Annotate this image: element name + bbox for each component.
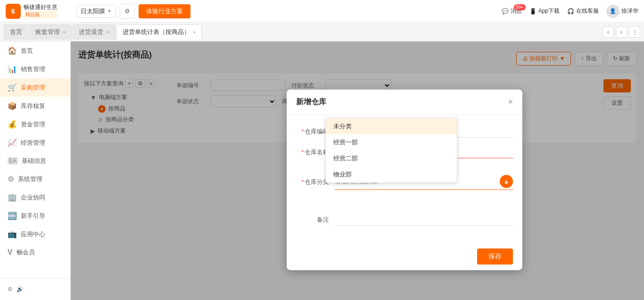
- tab-controls: ‹ › ⋮: [603, 26, 640, 38]
- sidebar-item-home[interactable]: 🏠 首页: [0, 42, 70, 60]
- warehouse-code-label: 仓库编码: [296, 125, 329, 136]
- content-area: 进货单统计(按商品) 🖨 按模板打印 ▼ ↑ 导出 ↻ 刷新: [71, 42, 644, 300]
- notification-icon: 💬: [502, 8, 509, 15]
- tab-bar: 首页 账套管理 × 进货退货 × 进货单统计表（按商品） × ‹ › ⋮: [0, 23, 644, 42]
- notification-item[interactable]: 💬 消息 99+: [502, 7, 522, 15]
- warehouse-category-label: 仓库分类: [296, 175, 329, 186]
- inventory-icon: 📦: [8, 101, 17, 110]
- dropdown-item-dept1[interactable]: 经营一部: [326, 134, 457, 150]
- app-download-item[interactable]: 📱 App下载: [529, 7, 560, 15]
- sidebar-item-vip[interactable]: V 畅会员: [0, 243, 70, 261]
- logo-text: 畅捷通好生意: [24, 4, 58, 11]
- sidebar-settings-btn[interactable]: ⚙ 🔊: [0, 282, 70, 296]
- tab-close-account[interactable]: ×: [63, 29, 66, 35]
- modal-header: 新增仓库 ×: [287, 90, 522, 115]
- sidebar-item-system[interactable]: ⚙ 系统管理: [0, 170, 70, 188]
- sidebar-item-purchase[interactable]: 🛒 采购管理: [0, 78, 70, 97]
- system-icon: ⚙: [8, 175, 14, 183]
- sidebar-item-finance[interactable]: 💰 资金管理: [0, 115, 70, 133]
- notification-badge: 99+: [514, 4, 526, 10]
- tab-home[interactable]: 首页: [4, 25, 28, 40]
- tab-purchase-stats[interactable]: 进货单统计表（按商品） ×: [116, 25, 202, 40]
- header-right: 💬 消息 99+ 📱 App下载 🎧 在线客服 👤 徐泽华: [502, 5, 638, 18]
- user-item[interactable]: 👤 徐泽华: [606, 5, 638, 18]
- modal-body: 仓库编码 仓库名称 请输入仓库名称 仓库分类: [287, 115, 522, 243]
- category-dropdown-list: 未分类 经营一部 经营二部 物业部: [325, 118, 457, 183]
- logo-badge: 精品版: [24, 11, 58, 18]
- remark-field: [335, 213, 513, 226]
- store-dropdown-arrow: ▼: [107, 8, 112, 14]
- remark-label: 备注: [296, 213, 329, 224]
- dropdown-item-property[interactable]: 物业部: [326, 167, 457, 183]
- basic-info-icon: EA: [8, 157, 18, 165]
- sidebar-item-inventory[interactable]: 📦 库存核算: [0, 97, 70, 115]
- enterprise-icon: 🏢: [8, 193, 17, 202]
- finance-icon: 💰: [8, 120, 17, 129]
- warehouse-name-label: 仓库名称: [296, 145, 329, 157]
- customer-service-item[interactable]: 🎧 在线客服: [567, 7, 599, 15]
- sidebar-item-app-center[interactable]: 📺 应用中心: [0, 225, 70, 243]
- modal-close-button[interactable]: ×: [508, 97, 513, 107]
- store-selector[interactable]: 日太阳膜 ▼: [76, 5, 116, 18]
- logo-icon: 6: [6, 4, 21, 19]
- sidebar-item-guide[interactable]: 🆕 新手引导: [0, 207, 70, 225]
- tab-close-purchase-stats[interactable]: ×: [193, 29, 196, 35]
- dropdown-item-dept2[interactable]: 经营二部: [326, 150, 457, 167]
- sidebar: 🏠 首页 📊 销售管理 🛒 采购管理 📦 库存核算 💰 资金管理 📈 经营管理 …: [0, 42, 71, 300]
- header-middle: 日太阳膜 ▼ ⚙ 体验行业方案: [76, 4, 502, 19]
- home-icon: 🏠: [8, 46, 17, 55]
- add-warehouse-modal: 新增仓库 × 仓库编码 仓库名称 请输入仓库名称: [287, 90, 522, 270]
- sidebar-bottom: ⚙ 🔊: [0, 278, 70, 300]
- tab-purchase-return[interactable]: 进货退货 ×: [73, 25, 115, 40]
- sidebar-gear-icon: ⚙: [8, 286, 13, 292]
- trial-button[interactable]: 体验行业方案: [139, 4, 190, 18]
- tab-menu-btn[interactable]: ⋮: [629, 26, 640, 38]
- sidebar-volume-icon: 🔊: [17, 286, 24, 292]
- operations-icon: 📈: [8, 138, 17, 147]
- sidebar-item-operations[interactable]: 📈 经营管理: [0, 133, 70, 152]
- guide-icon: 🆕: [8, 211, 17, 220]
- tab-left-btn[interactable]: ‹: [603, 26, 614, 38]
- main-layout: 🏠 首页 📊 销售管理 🛒 采购管理 📦 库存核算 💰 资金管理 📈 经营管理 …: [0, 42, 644, 300]
- tab-close-purchase-return[interactable]: ×: [106, 29, 109, 35]
- remark-row: 备注: [296, 213, 513, 226]
- avatar: 👤: [606, 5, 619, 18]
- sidebar-item-enterprise[interactable]: 🏢 企业协同: [0, 188, 70, 207]
- vip-icon: V: [8, 248, 13, 257]
- tab-account[interactable]: 账套管理 ×: [29, 25, 72, 40]
- save-button[interactable]: 保存: [477, 249, 513, 265]
- dropdown-item-unclassified[interactable]: 未分类: [326, 118, 457, 134]
- headphone-icon: 🎧: [567, 8, 574, 15]
- modal-footer: 保存: [287, 243, 522, 270]
- tab-right-btn[interactable]: ›: [616, 26, 627, 38]
- sidebar-item-sales[interactable]: 📊 销售管理: [0, 60, 70, 78]
- sidebar-item-basic[interactable]: EA 基础信息: [0, 152, 70, 170]
- app-download-icon: 📱: [529, 8, 537, 15]
- remark-input[interactable]: [335, 213, 513, 226]
- settings-button[interactable]: ⚙: [120, 4, 135, 19]
- sales-icon: 📊: [8, 65, 17, 74]
- top-header: 6 畅捷通好生意 精品版 日太阳膜 ▼ ⚙ 体验行业方案 💬 消息 99+ 📱 …: [0, 0, 644, 23]
- app-center-icon: 📺: [8, 230, 17, 239]
- purchase-icon: 🛒: [8, 83, 17, 92]
- logo-area: 6 畅捷通好生意 精品版: [6, 4, 76, 19]
- modal-title: 新增仓库: [296, 97, 326, 107]
- category-dropdown-toggle[interactable]: ▲: [500, 175, 513, 188]
